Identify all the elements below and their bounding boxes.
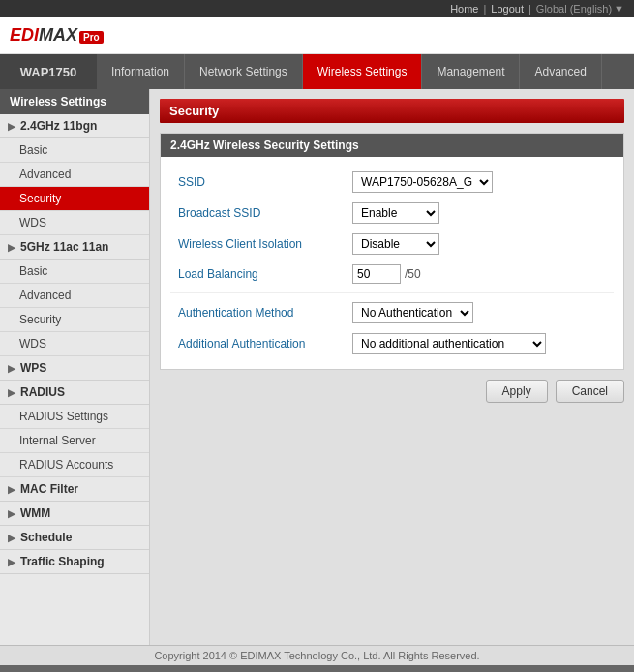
logout-link[interactable]: Logout [491,3,524,15]
sidebar-item-24ghz-advanced[interactable]: Advanced [0,163,149,187]
logo-edi: EDI [10,25,39,45]
load-balance-max: /50 [405,267,421,281]
cancel-button[interactable]: Cancel [556,380,624,403]
broadcast-ssid-select[interactable]: Enable Disable [352,202,439,224]
sidebar-section-radius-title[interactable]: ▶ RADIUS [0,381,149,405]
sidebar-item-24ghz-wds[interactable]: WDS [0,211,149,235]
table-row: Broadcast SSID Enable Disable [170,198,614,229]
sidebar-section-24ghz[interactable]: ▶ 2.4GHz 11bgn Basic Advanced Security W… [0,114,149,235]
ssid-label: SSID [170,167,345,198]
sidebar-section-radius[interactable]: ▶ RADIUS RADIUS Settings Internal Server… [0,381,149,477]
sidebar-section-wps-label: WPS [20,361,46,375]
footer: Copyright 2014 © EDIMAX Technology Co., … [0,645,634,665]
logo-max: MAX [39,25,77,45]
broadcast-ssid-value: Enable Disable [345,198,614,229]
table-row: Authentication Method No Authentication … [170,297,614,328]
additional-auth-label: Additional Authentication [170,328,345,359]
language-label: Global (English) [536,3,612,15]
sidebar-section-24ghz-title[interactable]: ▶ 2.4GHz 11bgn [0,114,149,138]
content-area: Security 2.4GHz Wireless Security Settin… [150,89,634,645]
arrow-icon-radius: ▶ [8,387,15,398]
sidebar-section-schedule-title[interactable]: ▶ Schedule [0,526,149,550]
arrow-icon-wps: ▶ [8,363,15,374]
sidebar-item-5ghz-advanced[interactable]: Advanced [0,284,149,308]
settings-box-title: 2.4GHz Wireless Security Settings [161,134,623,157]
sidebar-section-wmm-label: WMM [20,506,50,520]
home-link[interactable]: Home [450,3,478,15]
client-isolation-value: Disable Enable [345,229,614,260]
top-bar: Home | Logout | Global (English) ▼ [0,0,634,17]
sidebar-item-5ghz-security[interactable]: Security [0,308,149,332]
settings-box: 2.4GHz Wireless Security Settings SSID W… [160,133,624,370]
logo-bar: EDIMAXPro [0,17,634,54]
apply-button[interactable]: Apply [486,380,548,403]
sidebar-section-traffic[interactable]: ▶ Traffic Shaping [0,550,149,574]
sidebar-section-mac-label: MAC Filter [20,482,78,496]
device-name: WAP1750 [0,54,97,89]
nav-advanced[interactable]: Advanced [520,54,601,89]
button-row: Apply Cancel [160,380,624,403]
sidebar-item-24ghz-basic[interactable]: Basic [0,138,149,163]
sidebar-section-mac-filter-title[interactable]: ▶ MAC Filter [0,477,149,502]
sidebar-item-internal-server[interactable]: Internal Server [0,429,149,453]
load-balance-container: /50 [352,264,606,284]
arrow-icon: ▶ [8,121,15,132]
auth-method-value: No Authentication WPA WPA2 WEP [345,297,614,328]
nav-wireless-settings[interactable]: Wireless Settings [303,54,423,89]
sidebar-section-wps[interactable]: ▶ WPS [0,356,149,381]
table-row: Load Balancing /50 [170,260,614,289]
load-balancing-value: /50 [345,260,614,289]
sidebar-section-wmm-title[interactable]: ▶ WMM [0,502,149,526]
sidebar-item-24ghz-security[interactable]: Security [0,187,149,211]
table-row: SSID WAP1750-05628A_G [170,167,614,198]
sidebar-item-5ghz-basic[interactable]: Basic [0,260,149,284]
sidebar-item-radius-accounts[interactable]: RADIUS Accounts [0,453,149,477]
nav-network-settings[interactable]: Network Settings [185,54,303,89]
arrow-icon-wmm: ▶ [8,508,15,519]
arrow-icon-5ghz: ▶ [8,242,15,253]
nav-management[interactable]: Management [422,54,520,89]
sidebar-section-5ghz-title[interactable]: ▶ 5GHz 11ac 11an [0,235,149,260]
auth-method-select[interactable]: No Authentication WPA WPA2 WEP [352,302,473,323]
logo-pro: Pro [79,31,104,44]
nav-information[interactable]: Information [97,54,185,89]
sidebar-section-wmm[interactable]: ▶ WMM [0,502,149,526]
sidebar-section-schedule[interactable]: ▶ Schedule [0,526,149,550]
additional-auth-value: No additional authentication [345,328,614,359]
auth-method-label: Authentication Method [170,297,345,328]
main-layout: Wireless Settings ▶ 2.4GHz 11bgn Basic A… [0,89,634,645]
sidebar-section-mac-filter[interactable]: ▶ MAC Filter [0,477,149,502]
load-balance-input[interactable] [352,264,401,284]
arrow-icon-mac: ▶ [8,484,15,495]
table-row [170,289,614,297]
client-isolation-label: Wireless Client Isolation [170,229,345,260]
section-title: Security [160,99,624,123]
sidebar-item-5ghz-wds[interactable]: WDS [0,332,149,356]
additional-auth-select[interactable]: No additional authentication [352,333,546,354]
sidebar-section-traffic-label: Traffic Shaping [20,555,105,568]
sidebar-item-radius-settings[interactable]: RADIUS Settings [0,405,149,429]
client-isolation-select[interactable]: Disable Enable [352,233,439,255]
broadcast-ssid-label: Broadcast SSID [170,198,345,229]
sidebar-section-24ghz-label: 2.4GHz 11bgn [20,119,97,133]
arrow-icon-schedule: ▶ [8,533,15,543]
sidebar: Wireless Settings ▶ 2.4GHz 11bgn Basic A… [0,89,150,645]
sidebar-section-traffic-title[interactable]: ▶ Traffic Shaping [0,550,149,574]
sidebar-section-schedule-label: Schedule [20,531,72,544]
dropdown-icon: ▼ [614,3,624,15]
settings-table: SSID WAP1750-05628A_G Broadcast SSID Ena… [170,167,614,359]
table-row: Wireless Client Isolation Disable Enable [170,229,614,260]
sidebar-section-5ghz[interactable]: ▶ 5GHz 11ac 11an Basic Advanced Security… [0,235,149,356]
sidebar-section-radius-label: RADIUS [20,385,65,399]
ssid-value: WAP1750-05628A_G [345,167,614,198]
sidebar-header: Wireless Settings [0,89,149,114]
table-row: Additional Authentication No additional … [170,328,614,359]
logo: EDIMAXPro [10,25,104,46]
language-selector[interactable]: Global (English) ▼ [536,3,624,15]
nav-bar: WAP1750 Information Network Settings Wir… [0,54,634,89]
sidebar-section-wps-title[interactable]: ▶ WPS [0,356,149,381]
ssid-select[interactable]: WAP1750-05628A_G [352,171,493,193]
sidebar-section-5ghz-label: 5GHz 11ac 11an [20,240,108,254]
arrow-icon-traffic: ▶ [8,557,15,567]
load-balancing-label: Load Balancing [170,260,345,289]
